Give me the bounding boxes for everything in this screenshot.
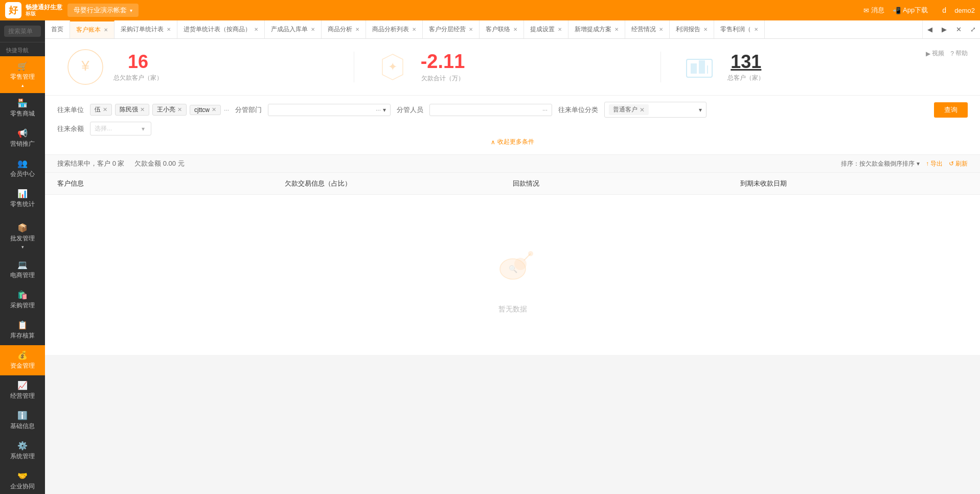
balance-filter-select[interactable]: 选择... ▾	[90, 122, 151, 136]
remove-tag-wang[interactable]: ✕	[177, 106, 182, 113]
app-download-button[interactable]: 📲 App下载	[893, 6, 928, 15]
user-profile[interactable]: d demo2	[936, 2, 975, 18]
store-selector[interactable]: 母婴行业演示帐套 ▾	[67, 4, 139, 17]
unit-tag-wu: 伍 ✕	[90, 104, 112, 116]
sidebar-item-label: 批发管理	[10, 234, 35, 243]
tab-close[interactable]: ✕	[469, 27, 473, 32]
sidebar-item-finance[interactable]: 💰 资金管理	[0, 345, 45, 375]
remove-classify-tag[interactable]: ✕	[640, 106, 645, 114]
sort-select[interactable]: 排序：按欠款金额倒序排序 ▾	[841, 160, 920, 168]
tab-product-analysis-list[interactable]: 商品分析列表 ✕	[366, 20, 423, 39]
person-filter-select[interactable]: ···	[429, 104, 552, 116]
sidebar-item-label: 零售统计	[10, 200, 35, 209]
sidebar-item-system[interactable]: ⚙️ 系统管理	[0, 436, 45, 466]
classify-tag-normal: 普通客户 ✕	[609, 104, 649, 115]
tab-close[interactable]: ✕	[311, 27, 315, 32]
tab-close[interactable]: ✕	[703, 27, 708, 32]
sidebar: 快捷导航 🛒 零售管理 ▴ 🏪 零售商城 📢 营销推广 👥 会员中心 📊 零售统…	[0, 20, 45, 494]
tab-prev-button[interactable]: ◀	[923, 20, 937, 39]
refresh-button[interactable]: ↺ 刷新	[949, 160, 968, 168]
messages-button[interactable]: ✉ 消息	[863, 6, 884, 15]
tab-retail-profit[interactable]: 零售利润（ ✕	[714, 20, 765, 39]
sidebar-item-label: 电商管理	[10, 271, 35, 280]
tab-product-instock[interactable]: 产成品入库单 ✕	[265, 20, 322, 39]
amount-icon: ✦	[375, 49, 411, 85]
tab-label: 新增提成方案	[575, 25, 611, 34]
tab-close[interactable]: ✕	[614, 27, 619, 32]
more-icon: ···	[376, 106, 381, 114]
tab-home[interactable]: 首页	[45, 20, 70, 39]
unit-filter-tags: 伍 ✕ 陈民强 ✕ 王小亮 ✕	[90, 104, 229, 116]
tab-profit-report[interactable]: 利润报告 ✕	[670, 20, 714, 39]
sidebar-item-label: 营销推广	[10, 140, 35, 148]
tab-label: 商品分析	[328, 25, 352, 34]
classify-filter-select[interactable]: 普通客户 ✕ ▾	[604, 102, 706, 118]
collapse-button[interactable]: ∧ 收起更多条件	[57, 138, 968, 146]
sidebar-item-retail[interactable]: 🛒 零售管理 ▴	[0, 56, 45, 93]
tab-biz-status[interactable]: 经营情况 ✕	[625, 20, 670, 39]
tab-close[interactable]: ✕	[513, 27, 517, 32]
sort-label: 排序：按欠款金额倒序排序	[841, 160, 915, 168]
main-area: 快捷导航 🛒 零售管理 ▴ 🏪 零售商城 📢 营销推广 👥 会员中心 📊 零售统…	[0, 20, 980, 494]
tab-close[interactable]: ✕	[412, 27, 416, 32]
sidebar-item-marketing[interactable]: 📢 营销推广	[0, 123, 45, 153]
tab-incoming-stats[interactable]: 进货单统计表（按商品） ✕	[177, 20, 265, 39]
tab-customer-tier[interactable]: 客户分层经营 ✕	[423, 20, 480, 39]
tab-maximize-button[interactable]: ⤢	[966, 20, 980, 39]
sidebar-item-ecom[interactable]: 💻 电商管理	[0, 255, 45, 285]
sidebar-item-retail-stats[interactable]: 📊 零售统计	[0, 184, 45, 214]
sidebar-item-label: 零售商城	[10, 109, 35, 118]
table-header: 客户信息 欠款交易信息（占比） 回款情况 到期未收款日期	[45, 173, 980, 195]
sidebar-item-purchase[interactable]: 🛍️ 采购管理	[0, 285, 45, 315]
tab-accounts-close[interactable]: ✕	[104, 27, 108, 33]
tab-close[interactable]: ✕	[659, 27, 663, 32]
sidebar-item-retail-shop[interactable]: 🏪 零售商城	[0, 93, 45, 123]
collab-icon: 🤝	[17, 471, 28, 481]
sidebar-item-inventory[interactable]: 📋 库存核算	[0, 315, 45, 345]
refresh-icon: ↺	[949, 160, 954, 167]
results-bar: 搜索结果中，客户 0 家 欠款金额 0.00 元 排序：按欠款金额倒序排序 ▾	[45, 155, 980, 173]
chevron-down-icon: ▾	[917, 160, 920, 167]
video-help-link[interactable]: ▶ 视频	[926, 49, 944, 58]
tab-accounts[interactable]: 客户账本 ✕	[70, 20, 115, 39]
app-container: 好 畅捷通好生意 标版 母婴行业演示帐套 ▾ ✉ 消息 📲 App下载 d	[0, 0, 980, 494]
arrow-icon: ▾	[21, 244, 24, 250]
sidebar-item-member[interactable]: 👥 会员中心	[0, 153, 45, 184]
tab-customer-contact[interactable]: 客户联络 ✕	[480, 20, 524, 39]
tab-next-button[interactable]: ▶	[937, 20, 951, 39]
tab-purchase-orders[interactable]: 采购订单统计表 ✕	[115, 20, 177, 39]
tab-close[interactable]: ✕	[167, 27, 171, 32]
filter-more-button[interactable]: ···	[224, 106, 229, 114]
svg-point-11	[528, 251, 533, 256]
sidebar-item-basic-info[interactable]: ℹ️ 基础信息	[0, 406, 45, 436]
remove-tag-cjttcw[interactable]: ✕	[212, 106, 216, 113]
tab-close[interactable]: ✕	[254, 27, 258, 32]
sidebar-item-operations[interactable]: 📈 经营管理	[0, 375, 45, 406]
tab-close[interactable]: ✕	[355, 27, 359, 32]
tab-product-analysis[interactable]: 商品分析 ✕	[322, 20, 366, 39]
sidebar-item-label: 采购管理	[10, 301, 35, 310]
tab-close[interactable]: ✕	[558, 27, 562, 32]
remove-tag-wu[interactable]: ✕	[103, 106, 107, 113]
results-info: 搜索结果中，客户 0 家 欠款金额 0.00 元	[57, 159, 185, 168]
empty-illustration: 🔍	[487, 236, 538, 287]
main-content: ¥ 16 总欠款客户（家）	[45, 39, 980, 494]
sidebar-item-batch[interactable]: 📦 批发管理 ▾	[0, 218, 45, 255]
tab-close[interactable]: ✕	[754, 27, 758, 32]
export-button[interactable]: ↑ 导出	[926, 160, 943, 168]
help-link[interactable]: ? 帮助	[950, 49, 968, 58]
empty-icon: 🔍	[487, 236, 538, 297]
search-input[interactable]	[4, 26, 41, 37]
remove-tag-chen[interactable]: ✕	[140, 106, 145, 113]
svg-text:🔍: 🔍	[508, 265, 517, 274]
tab-promo-settings[interactable]: 提成设置 ✕	[524, 20, 568, 39]
sidebar-item-corp-collab[interactable]: 🤝 企业协同	[0, 466, 45, 494]
tab-controls: ◀ ▶ ✕ ⤢	[922, 20, 980, 39]
dept-filter-select[interactable]: ··· ▾	[268, 104, 391, 116]
query-button[interactable]: 查询	[934, 102, 968, 118]
sidebar-item-label: 基础信息	[10, 422, 35, 431]
video-icon: ▶	[926, 50, 930, 57]
tab-new-promo[interactable]: 新增提成方案 ✕	[568, 20, 625, 39]
sidebar-item-label: 零售管理	[10, 73, 35, 81]
tab-close-all-button[interactable]: ✕	[951, 20, 966, 39]
